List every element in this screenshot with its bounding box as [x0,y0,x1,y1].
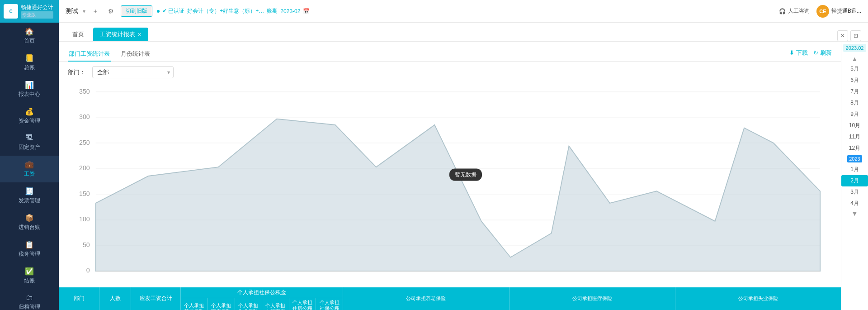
sidebar-item-fund[interactable]: 💰 资金管理 [0,103,59,129]
th-personal-major-medical: 个人承担大额医疗 [262,298,289,310]
content-area: 部门工资统计表 月份统计表 ⬇ 下载 ↻ 刷新 [59,42,868,310]
sidebar-item-asset[interactable]: 🏗 固定资产 [0,129,59,156]
tax-icon: 📋 [25,240,34,249]
status-text: ✔ 已认证 [162,7,184,15]
chart-container: 350 300 250 200 150 100 50 0 [59,83,841,287]
rp-month-jan[interactable]: 1月 [841,164,868,175]
tab-close-icon[interactable]: ✕ [137,32,142,38]
headphone-icon: 🎧 [779,8,786,14]
refresh-btn[interactable]: ↻ 刷新 [813,49,832,57]
rp-month-feb[interactable]: 2月 [841,175,868,186]
sidebar-item-ledger[interactable]: 📒 总账 [0,49,59,76]
gear-icon[interactable]: ⚙ [105,6,116,17]
archive-icon: 🗂 [26,294,33,302]
sidebar-label-tax: 税务管理 [19,250,40,258]
report-icon: 📊 [25,81,34,89]
main-area: 测试 ▾ ＋ ⚙ 切到旧版 ✔ 已认证 好会计（专）+好生意（标）+… 账期 2… [59,0,868,310]
expand-window-btn[interactable]: ⊡ [850,30,861,41]
switch-old-btn[interactable]: 切到旧版 [121,5,152,17]
sidebar-label-settle: 结账 [24,277,35,285]
asset-icon: 🏗 [26,134,33,142]
sidebar-item-invoice[interactable]: 🧾 发票管理 [0,182,59,209]
sales-icon: 📦 [25,214,34,222]
svg-text:200: 200 [79,164,90,172]
sidebar-item-settle[interactable]: ✅ 结账 [0,262,59,289]
sidebar-item-archive[interactable]: 🗂 归档管理 [0,289,59,310]
user-info[interactable]: CE 轻捷通B迅... [816,5,861,18]
rp-month-may[interactable]: 5月 [841,63,868,75]
th-company-unemployment: 公司承担失业保险 [675,287,841,310]
subtab-dept-label: 部门工资统计表 [69,50,110,57]
th-group-children: 个人承担养老保险 个人承担医疗保险 个人承担失业保险 个人承担大额医疗 个人承担… [181,298,343,310]
tab-salary-report[interactable]: 工资统计报表 ✕ [93,28,148,41]
close-window-btn[interactable]: ✕ [837,30,848,41]
add-icon[interactable]: ＋ [90,6,101,17]
sidebar-nav: 🏠 首页 📒 总账 📊 报表中心 💰 资金管理 🏗 固定资产 💼 工资 🧾 发票… [0,23,59,310]
dept-label: 部门： [68,68,85,76]
content-main: 部门工资统计表 月份统计表 ⬇ 下载 ↻ 刷新 [59,42,841,310]
th-company-pension: 公司承担养老保险 [343,287,509,310]
rp-year-display[interactable]: 2023.02 [843,44,867,52]
sidebar-label-ledger: 总账 [24,64,35,72]
status-area: ✔ 已认证 好会计（专）+好生意（标）+… 账期 2023-02 📅 [157,7,310,15]
sidebar-item-tax[interactable]: 📋 税务管理 [0,236,59,262]
sidebar-label-fund: 资金管理 [19,117,40,125]
rp-month-nov[interactable]: 11月 [841,131,868,143]
svg-text:350: 350 [79,88,90,95]
company-dropdown-icon[interactable]: ▾ [83,8,85,14]
invoice-icon: 🧾 [25,187,34,196]
service-label: 人工咨询 [788,7,810,15]
refresh-icon: ↻ [813,49,818,56]
th-total-salary: 应发工资合计 [131,287,181,310]
th-group-personal: 个人承担社保公积金 个人承担养老保险 个人承担医疗保险 个人承担失业保险 个人承… [181,287,343,310]
sidebar-item-report[interactable]: 📊 报表中心 [0,76,59,103]
logo-sub: 专业版 [21,11,53,19]
user-name: 轻捷通B迅... [831,7,861,15]
sidebar-label-archive: 归档管理 [19,303,40,310]
rp-month-jul[interactable]: 7月 [841,86,868,97]
subtabs: 部门工资统计表 月份统计表 ⬇ 下载 ↻ 刷新 [59,42,841,62]
svg-text:100: 100 [79,215,90,223]
table-header-row: 部门 人数 应发工资合计 个人承担社保公积金 个人承担养老保险 个人承担医疗保险 [59,287,841,310]
sidebar-label-report: 报表中心 [19,91,40,98]
subtab-month[interactable]: 月份统计表 [120,47,151,62]
svg-text:250: 250 [79,139,90,146]
dept-select[interactable]: 全部 销售部 财务部 技术部 管理部 [92,66,174,78]
subtab-dept[interactable]: 部门工资统计表 [68,47,111,62]
period-label: 账期 [267,7,278,15]
rp-up-arrow[interactable]: ▲ [851,54,859,63]
company-name: 测试 [66,7,78,15]
tab-salary-label: 工资统计报表 [100,30,135,38]
window-controls: ✕ ⊡ [837,30,861,41]
rp-year-2023-tag[interactable]: 2023 [847,155,862,162]
sidebar-item-salary[interactable]: 💼 工资 [0,156,59,182]
salary-icon: 💼 [25,160,34,169]
rp-month-dec[interactable]: 12月 [841,143,868,154]
rp-month-apr[interactable]: 4月 [841,198,868,209]
svg-text:300: 300 [79,113,90,120]
rp-month-mar[interactable]: 3月 [841,186,868,198]
topbar: 测试 ▾ ＋ ⚙ 切到旧版 ✔ 已认证 好会计（专）+好生意（标）+… 账期 2… [59,0,868,23]
th-count: 人数 [99,287,131,310]
subtab-month-label: 月份统计表 [121,50,150,57]
refresh-label: 刷新 [820,49,832,57]
toolbar: 部门： 全部 销售部 财务部 技术部 管理部 ▾ [59,62,841,83]
tab-home[interactable]: 首页 [66,28,91,41]
rp-month-aug[interactable]: 8月 [841,97,868,109]
rp-month-sep[interactable]: 9月 [841,109,868,120]
rp-month-oct[interactable]: 10月 [841,120,868,131]
right-panel: 2023.02 ▲ 5月 6月 7月 8月 9月 10月 11月 12月 202… [841,42,868,310]
th-dept: 部门 [59,287,99,310]
download-btn[interactable]: ⬇ 下载 [789,49,808,57]
sidebar-item-home[interactable]: 🏠 首页 [0,23,59,49]
th-personal-unemployment: 个人承担失业保险 [235,298,262,310]
rp-month-jun[interactable]: 6月 [841,75,868,86]
sidebar-label-sales: 进销台账 [19,224,40,231]
service-btn[interactable]: 🎧 人工咨询 [779,7,810,15]
status-dot [157,10,160,13]
sidebar-item-sales[interactable]: 📦 进销台账 [0,209,59,236]
topbar-right: 🎧 人工咨询 CE 轻捷通B迅... [779,5,861,18]
home-icon: 🏠 [25,27,34,36]
rp-down-arrow[interactable]: ▼ [851,209,859,218]
calendar-icon[interactable]: 📅 [303,8,310,14]
